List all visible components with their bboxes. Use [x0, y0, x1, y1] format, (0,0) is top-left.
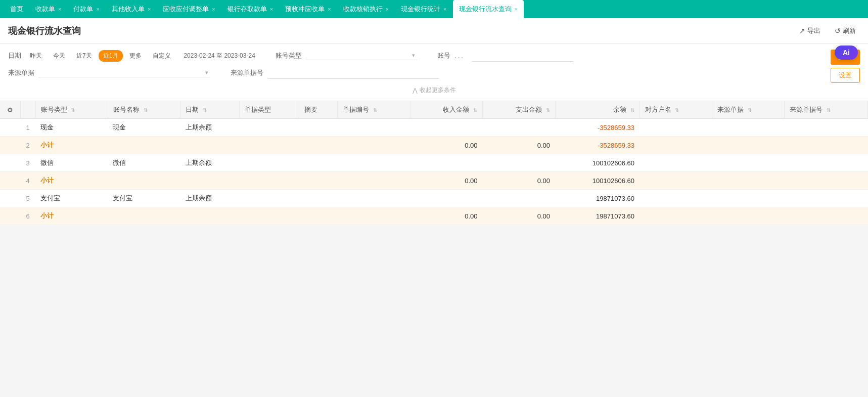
th-doc-type: 单据类型: [239, 101, 299, 119]
table-row[interactable]: 6 小计 0.00 0.00 19871073.60: [0, 207, 868, 225]
account-dots[interactable]: ...: [454, 51, 464, 60]
td-account-type: 小计: [35, 207, 108, 225]
table-row[interactable]: 4 小计 0.00 0.00 100102606.60: [0, 172, 868, 190]
refresh-icon: ↺: [835, 27, 841, 35]
sort-balance-icon: ⇅: [630, 107, 634, 113]
td-doc-no: [338, 119, 410, 137]
td-date: 上期余额: [180, 190, 240, 207]
td-income: 0.00: [410, 137, 482, 154]
close-ar-adjust-icon[interactable]: ×: [212, 6, 215, 12]
td-row-num: 5: [20, 190, 35, 207]
td-source-doc: [712, 154, 784, 172]
th-source-doc[interactable]: 来源单据 ⇅: [712, 101, 784, 119]
th-account-type[interactable]: 账号类型 ⇅: [35, 101, 108, 119]
nav-item-cash-bank-stat[interactable]: 现金银行统计 ×: [395, 0, 452, 18]
th-doc-no[interactable]: 单据编号 ⇅: [338, 101, 410, 119]
close-cash-bank-flow-icon[interactable]: ×: [515, 6, 518, 12]
table-row[interactable]: 3 微信 微信 上期余额 100102606.60: [0, 154, 868, 172]
close-receipts-icon[interactable]: ×: [58, 6, 61, 12]
table-row[interactable]: 2 小计 0.00 0.00 -3528659.33: [0, 137, 868, 154]
th-account-name[interactable]: 账号名称 ⇅: [108, 101, 180, 119]
refresh-button[interactable]: ↺ 刷新: [831, 24, 860, 37]
nav-item-advance-offset[interactable]: 预收冲应收单 ×: [279, 0, 337, 18]
td-summary: [299, 190, 338, 207]
td-doc-type: [239, 137, 299, 154]
sort-account-name-icon: ⇅: [144, 107, 148, 113]
th-settings[interactable]: ⚙: [0, 101, 20, 119]
nav-item-ar-adjust[interactable]: 应收应付调整单 ×: [157, 0, 221, 18]
td-income: [410, 154, 482, 172]
th-row-num: [20, 101, 35, 119]
td-settings: [0, 137, 20, 154]
td-doc-type: [239, 207, 299, 225]
filter-row-2: 来源单据 ▾ 来源单据号: [8, 67, 823, 79]
date-today[interactable]: 今天: [49, 50, 70, 62]
date-custom[interactable]: 自定义: [148, 50, 175, 62]
td-source-doc-no: [785, 172, 868, 190]
td-doc-no: [338, 207, 410, 225]
date-filter-field: 日期 昨天 今天 近7天 近1月 更多 自定义 2023-02-24 至 202…: [8, 50, 255, 62]
close-collect-verify-icon[interactable]: ×: [386, 6, 389, 12]
close-payments-icon[interactable]: ×: [96, 6, 99, 12]
td-balance: 100102606.60: [555, 172, 639, 190]
filter-area: 日期 昨天 今天 近7天 近1月 更多 自定义 2023-02-24 至 202…: [0, 43, 868, 101]
td-source-doc: [712, 137, 784, 154]
sort-source-doc-no-icon: ⇅: [827, 107, 831, 113]
th-date[interactable]: 日期 ⇅: [180, 101, 240, 119]
table-row[interactable]: 1 现金 现金 上期余额 -3528659.33: [0, 119, 868, 137]
source-doc-select[interactable]: ▾: [38, 68, 210, 77]
td-doc-no: [338, 172, 410, 190]
account-label: 账号: [437, 51, 450, 60]
date-7days[interactable]: 近7天: [72, 50, 97, 62]
source-doc-chevron-icon: ▾: [205, 69, 208, 76]
collapse-icon: ⋀: [413, 87, 418, 94]
td-balance: -3528659.33: [555, 137, 639, 154]
header-actions: ↗ 导出 ↺ 刷新: [795, 24, 860, 37]
collapse-bar[interactable]: ⋀ 收起更多条件: [8, 86, 860, 95]
td-expense: [483, 154, 555, 172]
th-balance[interactable]: 余额 ⇅: [555, 101, 639, 119]
date-range-display: 2023-02-24 至 2023-03-24: [184, 52, 255, 60]
ai-button[interactable]: Ai: [835, 46, 858, 60]
export-button[interactable]: ↗ 导出: [795, 24, 825, 37]
sort-counterpart-icon: ⇅: [675, 107, 679, 113]
sort-source-doc-icon: ⇅: [748, 107, 752, 113]
nav-item-collect-verify[interactable]: 收款核销执行 ×: [337, 0, 395, 18]
td-date: 上期余额: [180, 154, 240, 172]
nav-item-other-income[interactable]: 其他收入单 ×: [106, 0, 157, 18]
th-counterpart[interactable]: 对方户名 ⇅: [639, 101, 712, 119]
td-balance: -3528659.33: [555, 119, 639, 137]
td-settings: [0, 154, 20, 172]
date-yesterday[interactable]: 昨天: [25, 50, 47, 62]
close-bank-deposit-icon[interactable]: ×: [270, 6, 273, 12]
td-row-num: 6: [20, 207, 35, 225]
source-doc-no-filter-field: 来源单据号: [231, 67, 439, 79]
table-row[interactable]: 5 支付宝 支付宝 上期余额 19871073.60: [0, 190, 868, 207]
settings-button[interactable]: 设置: [831, 68, 860, 83]
account-type-select[interactable]: ▾: [306, 51, 417, 60]
nav-item-bank-deposit[interactable]: 银行存取款单 ×: [221, 0, 279, 18]
nav-home[interactable]: 首页: [4, 0, 29, 18]
nav-item-payments[interactable]: 付款单 ×: [67, 0, 105, 18]
th-expense[interactable]: 支出金额 ⇅: [483, 101, 555, 119]
account-input[interactable]: [472, 50, 573, 62]
th-source-doc-no[interactable]: 来源单据号 ⇅: [785, 101, 868, 119]
sort-date-icon: ⇅: [203, 107, 207, 113]
date-more[interactable]: 更多: [125, 50, 146, 62]
close-cash-bank-stat-icon[interactable]: ×: [443, 6, 446, 12]
top-navigation: 首页 收款单 × 付款单 × 其他收入单 × 应收应付调整单 × 银行存取款单 …: [0, 0, 868, 18]
close-other-income-icon[interactable]: ×: [148, 6, 151, 12]
account-type-chevron-icon: ▾: [412, 52, 415, 59]
close-advance-offset-icon[interactable]: ×: [328, 6, 331, 12]
date-1month[interactable]: 近1月: [99, 50, 123, 62]
page-title: 现金银行流水查询: [8, 25, 81, 37]
td-income: [410, 119, 482, 137]
td-date: 上期余额: [180, 119, 240, 137]
nav-item-receipts[interactable]: 收款单 ×: [29, 0, 67, 18]
th-income[interactable]: 收入金额 ⇅: [410, 101, 482, 119]
export-icon: ↗: [799, 27, 805, 35]
source-doc-no-label: 来源单据号: [231, 68, 263, 77]
source-doc-no-input[interactable]: [267, 67, 439, 79]
nav-item-cash-bank-flow[interactable]: 现金银行流水查询 ×: [453, 0, 524, 18]
td-summary: [299, 119, 338, 137]
